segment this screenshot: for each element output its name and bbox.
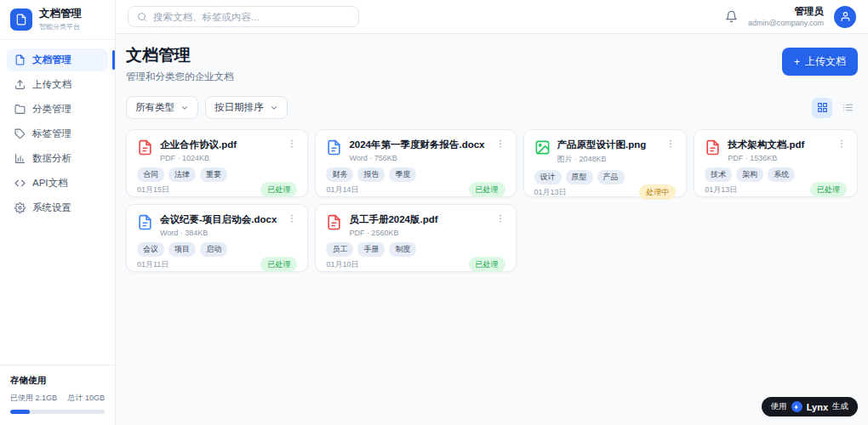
- document-tag: 架构: [736, 167, 763, 182]
- badge-suffix: 生成: [832, 401, 848, 412]
- status-badge: 已处理: [469, 257, 505, 272]
- gear-icon: [14, 202, 26, 213]
- storage-title: 存储使用: [10, 375, 105, 387]
- tag-row: 设计原型产品: [534, 170, 677, 184]
- document-meta: Word · 756KB: [349, 154, 484, 162]
- document-title: 2024年第一季度财务报告.docx: [349, 139, 484, 151]
- card-menu-icon[interactable]: [665, 139, 676, 149]
- storage-used-label: 已使用 2.1GB: [10, 393, 57, 404]
- lynx-attribution-badge[interactable]: 使用 Lynx 生成: [762, 397, 858, 416]
- storage-usage-panel: 存储使用 已使用 2.1GB 总计 10GB: [0, 365, 115, 425]
- document-grid: 企业合作协议.pdf PDF · 1024KB 合同法律重要 01月15日 已处…: [126, 129, 858, 272]
- document-tag: 产品: [597, 170, 625, 184]
- badge-brand: Lynx: [807, 402, 828, 412]
- document-icon: [14, 54, 26, 65]
- document-tag: 重要: [200, 167, 227, 182]
- status-badge: 处理中: [639, 184, 676, 200]
- card-menu-icon[interactable]: [287, 213, 297, 224]
- badge-prefix: 使用: [771, 401, 787, 412]
- document-date: 01月15日: [137, 184, 169, 196]
- lynx-logo-icon: [791, 401, 802, 412]
- status-badge: 已处理: [810, 182, 847, 197]
- upload-icon: [14, 79, 26, 90]
- document-tag: 报告: [357, 167, 385, 182]
- app-logo-block: 文档管理 智能分类平台: [0, 0, 115, 40]
- active-indicator: [112, 50, 115, 70]
- document-meta: PDF · 1024KB: [160, 154, 277, 162]
- document-card[interactable]: 产品原型设计图.png 图片 · 2048KB 设计原型产品 01月13日 处理…: [523, 129, 688, 197]
- sidebar-item-label: 系统设置: [32, 201, 71, 214]
- sidebar-item-settings[interactable]: 系统设置: [7, 196, 108, 219]
- page-subtitle: 管理和分类您的企业文档: [126, 71, 234, 83]
- folder-icon: [14, 104, 26, 115]
- document-tag: 原型: [566, 170, 593, 184]
- upload-document-button[interactable]: + 上传文档: [782, 48, 858, 76]
- sidebar-item-tags[interactable]: 标签管理: [7, 122, 108, 145]
- sidebar-item-documents[interactable]: 文档管理: [7, 48, 108, 71]
- document-tag: 设计: [534, 170, 562, 184]
- tag-row: 财务报告季度: [326, 167, 505, 182]
- sidebar-item-analytics[interactable]: 数据分析: [7, 147, 108, 170]
- card-menu-icon[interactable]: [837, 139, 847, 149]
- document-card[interactable]: 2024年第一季度财务报告.docx Word · 756KB 财务报告季度 0…: [315, 129, 516, 197]
- main-area: 管理员 admin@company.com 文档管理 管理和分类您的企业文档 +…: [116, 0, 868, 425]
- document-card[interactable]: 技术架构文档.pdf PDF · 1536KB 技术架构系统 01月13日 已处…: [694, 129, 858, 197]
- document-tag: 合同: [137, 167, 164, 182]
- document-tag: 系统: [768, 167, 795, 182]
- search-icon: [137, 12, 147, 22]
- image-file-icon: [534, 139, 551, 156]
- search-input[interactable]: [153, 12, 350, 22]
- document-date: 01月10日: [326, 259, 358, 270]
- sidebar-item-api-docs[interactable]: API文档: [7, 172, 108, 195]
- document-date: 01月13日: [705, 184, 737, 196]
- tag-icon: [14, 128, 26, 139]
- sidebar-nav: 文档管理 上传文档 分类管理 标签管理 数据分析 API文档 系统设置: [0, 40, 115, 365]
- document-date: 01月13日: [534, 187, 567, 198]
- status-badge: 已处理: [469, 182, 505, 197]
- document-tag: 手册: [357, 242, 385, 257]
- sidebar-item-upload[interactable]: 上传文档: [7, 73, 108, 96]
- avatar[interactable]: [834, 6, 856, 28]
- plus-icon: +: [794, 56, 800, 68]
- storage-progress-fill: [10, 410, 30, 414]
- user-email: admin@company.com: [748, 19, 824, 28]
- pdf-file-icon: [705, 139, 721, 156]
- list-view-button[interactable]: [837, 98, 858, 118]
- document-title: 企业合作协议.pdf: [160, 139, 277, 151]
- grid-view-button[interactable]: [812, 98, 832, 118]
- document-card[interactable]: 企业合作协议.pdf PDF · 1024KB 合同法律重要 01月15日 已处…: [126, 129, 308, 197]
- document-card[interactable]: 会议纪要-项目启动会.docx Word · 384KB 会议项目启动 01月1…: [126, 204, 308, 272]
- document-date: 01月14日: [326, 184, 358, 196]
- card-menu-icon[interactable]: [287, 139, 297, 149]
- sidebar-item-categories[interactable]: 分类管理: [7, 98, 108, 121]
- chevron-down-icon: [270, 104, 278, 112]
- sidebar: 文档管理 智能分类平台 文档管理 上传文档 分类管理 标签管理 数据分析 API…: [0, 0, 116, 425]
- document-title: 员工手册2024版.pdf: [349, 213, 484, 226]
- grid-icon: [817, 102, 828, 113]
- document-tag: 制度: [389, 242, 416, 257]
- document-card[interactable]: 员工手册2024版.pdf PDF · 2560KB 员工手册制度 01月10日…: [315, 204, 516, 272]
- card-menu-icon[interactable]: [495, 139, 505, 149]
- document-tag: 项目: [168, 242, 196, 257]
- user-icon: [840, 11, 851, 22]
- app-logo-icon: [10, 8, 32, 31]
- code-icon: [14, 178, 26, 189]
- user-name: 管理员: [748, 6, 824, 18]
- card-menu-icon[interactable]: [495, 213, 505, 224]
- status-badge: 已处理: [260, 257, 297, 272]
- search-box[interactable]: [128, 6, 359, 27]
- notification-bell-icon[interactable]: [725, 10, 738, 23]
- document-tag: 启动: [200, 242, 227, 257]
- document-tag: 会议: [137, 242, 164, 257]
- document-tag: 员工: [326, 242, 353, 257]
- sidebar-item-label: 上传文档: [32, 78, 71, 91]
- document-date: 01月11日: [137, 259, 168, 270]
- sidebar-item-label: 文档管理: [32, 54, 71, 66]
- storage-total-label: 总计 10GB: [67, 393, 105, 404]
- document-meta: PDF · 1536KB: [728, 154, 826, 162]
- type-filter-dropdown[interactable]: 所有类型: [126, 96, 198, 119]
- chevron-down-icon: [180, 104, 189, 112]
- document-meta: 图片 · 2048KB: [557, 154, 656, 165]
- sort-filter-dropdown[interactable]: 按日期排序: [205, 96, 288, 119]
- sidebar-item-label: 分类管理: [32, 103, 71, 116]
